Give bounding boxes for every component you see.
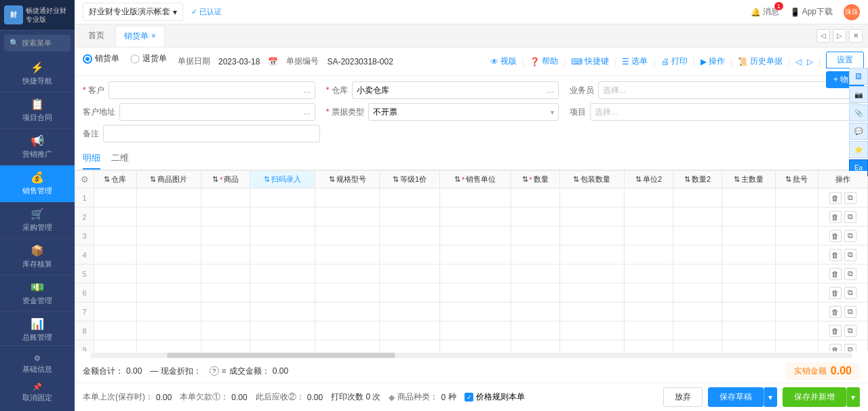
cell[interactable] [380,321,439,340]
sidebar-item-quick-nav[interactable]: ⚡ 快捷导航 [0,56,75,92]
cell[interactable] [511,227,559,246]
history-btn[interactable]: 📜 历史单据 [738,56,783,67]
warehouse-input[interactable]: 小卖仓库 ... [352,81,559,99]
calendar-icon[interactable]: 📅 [268,57,278,66]
cell[interactable] [380,265,439,283]
cell[interactable] [673,321,722,340]
help-btn[interactable]: ❓ 帮助 [530,56,558,67]
cell[interactable] [776,321,818,340]
cell[interactable] [201,265,250,283]
delete-row-btn[interactable]: 🗑 [829,230,842,242]
cell[interactable] [776,340,818,352]
cell[interactable] [439,246,511,265]
cell[interactable] [673,246,722,265]
cell[interactable] [94,340,137,352]
cell[interactable] [94,227,137,246]
cell[interactable] [722,189,775,208]
cell[interactable] [439,321,511,340]
sidebar-item-basic-info[interactable]: ⚙ 基础信息 [4,350,71,378]
cell[interactable] [673,302,722,321]
sidebar-item-purchase[interactable]: 🛒 采购管理 [0,202,75,239]
cell[interactable] [511,208,559,227]
delete-row-btn[interactable]: 🗑 [829,325,842,337]
cell[interactable] [776,208,818,227]
cell[interactable] [776,227,818,246]
delete-row-btn[interactable]: 🗑 [829,249,842,261]
delete-row-btn[interactable]: 🗑 [829,268,842,280]
address-dots[interactable]: ... [304,107,311,117]
cell[interactable] [559,265,625,283]
customer-dots[interactable]: ... [304,85,311,95]
cell[interactable] [673,340,722,352]
cell[interactable] [511,340,559,352]
cell[interactable] [511,189,559,208]
cell[interactable] [625,340,673,352]
copy-row-btn[interactable]: ⧉ [844,306,856,318]
invoice-select[interactable]: 不开票 ▾ [368,103,559,121]
cell[interactable] [136,302,201,321]
cell[interactable] [315,340,380,352]
copy-row-btn[interactable]: ⧉ [844,344,856,352]
copy-row-btn[interactable]: ⧉ [844,192,856,204]
cell[interactable] [201,283,250,302]
checkbox-icon[interactable]: ✓ [465,393,473,402]
cell[interactable] [250,321,315,340]
select-btn[interactable]: ☰ 选单 [622,56,648,67]
help-circle-icon[interactable]: ? [210,366,219,376]
cell[interactable] [722,283,775,302]
sidebar-item-project[interactable]: 📋 项目合同 [0,92,75,129]
cell[interactable] [559,227,625,246]
cell[interactable] [776,302,818,321]
save-new-button[interactable]: 保存并新增 [783,387,846,407]
cell[interactable] [559,283,625,302]
cell[interactable] [94,246,137,265]
cell[interactable] [625,189,673,208]
table-scroll[interactable]: ⚙ ⇅仓库 ⇅商品图片 ⇅*商品 ⇅扫码录入 ⇅规格型号 ⇅等级1价 ⇅*销售单… [75,170,868,351]
cell[interactable] [625,227,673,246]
cell[interactable] [380,340,439,352]
view-btn[interactable]: 👁 视版 [490,56,517,67]
cell[interactable] [380,227,439,246]
cell[interactable] [776,265,818,283]
detail-tab-2d[interactable]: 二维 [111,148,129,170]
cell[interactable] [201,227,250,246]
cell[interactable] [315,246,380,265]
sidebar-item-marketing[interactable]: 📢 营销推广 [0,129,75,165]
salesperson-input[interactable]: 选择... ... [598,81,860,99]
cell[interactable] [250,302,315,321]
delete-row-btn[interactable]: 🗑 [829,211,842,223]
cell[interactable] [136,208,201,227]
cell[interactable] [201,302,250,321]
operate-btn[interactable]: ▶ 操作 [701,56,725,67]
cell[interactable] [439,227,511,246]
sidebar-item-ledger[interactable]: 📊 总账管理 [0,312,75,345]
cell[interactable] [94,189,137,208]
cell[interactable] [315,302,380,321]
company-selector[interactable]: 好业财专业版演示帐套 ▾ [83,3,183,21]
cell[interactable] [94,302,137,321]
right-panel-btn-3[interactable]: 📎 [849,104,868,121]
right-panel-btn-2[interactable]: 📷 [849,86,868,103]
cell[interactable] [625,321,673,340]
cell[interactable] [250,189,315,208]
cell[interactable] [94,265,137,283]
cell[interactable] [673,283,722,302]
address-input[interactable]: ... [119,103,315,121]
delete-row-btn[interactable]: 🗑 [829,287,842,299]
sidebar-item-finance[interactable]: 💵 资金管理 [0,275,75,312]
cell[interactable] [250,208,315,227]
cell[interactable] [439,265,511,283]
tab-close-icon[interactable]: × [151,31,156,41]
copy-row-btn[interactable]: ⧉ [844,249,856,261]
cell[interactable] [380,208,439,227]
cell[interactable] [722,208,775,227]
radio-sales-order[interactable]: 销货单 [83,53,119,64]
cell[interactable] [722,321,775,340]
next-record-btn[interactable]: ▷ [807,57,813,66]
save-draft-dropdown[interactable]: ▾ [764,387,777,407]
cell[interactable] [315,189,380,208]
cell[interactable] [94,208,137,227]
discard-button[interactable]: 放弃 [663,387,703,407]
prev-record-btn[interactable]: ◁ [795,57,802,66]
copy-row-btn[interactable]: ⧉ [844,287,856,299]
